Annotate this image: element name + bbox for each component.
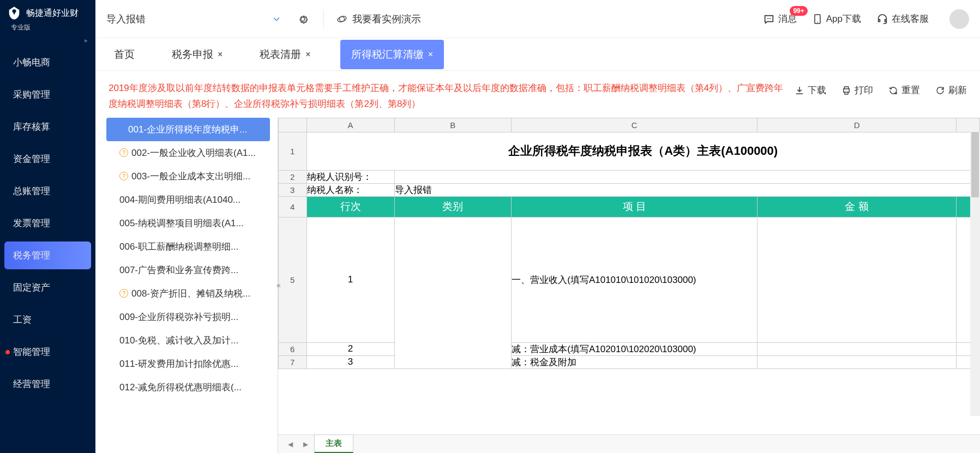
cell[interactable]: 一、营业收入(填写A101010\101020\103000) [512, 217, 757, 342]
question-icon: ? [119, 172, 128, 180]
cell[interactable]: 纳税人识别号： [306, 170, 394, 183]
cell[interactable]: 导入报错 [394, 183, 979, 196]
sidebar-item[interactable]: 小畅电商 [0, 46, 95, 78]
close-icon[interactable]: × [305, 50, 310, 59]
row-header[interactable]: 6 [279, 342, 307, 355]
collapse-handle[interactable]: « [276, 281, 281, 289]
form-item-label: 002-一般企业收入明细表(A1... [131, 147, 256, 159]
sidebar-item[interactable]: 工资 [0, 304, 95, 336]
tab-label: 税表清册 [260, 47, 301, 62]
sheet-tab-next[interactable]: ▶ [299, 440, 312, 448]
message-badge: 99+ [790, 6, 807, 16]
col-header[interactable]: A [306, 118, 394, 132]
sidebar-item[interactable]: 总账管理 [0, 175, 95, 207]
cell[interactable] [394, 217, 512, 369]
row-header[interactable]: 5 [279, 217, 307, 342]
page-tab[interactable]: 首页 [106, 42, 142, 67]
col-header[interactable]: D [757, 118, 957, 132]
form-list-item[interactable]: 012-减免所得税优惠明细表(... [106, 376, 270, 399]
sheet-tabs: ◀ ▶ 主表 [278, 434, 980, 453]
cell[interactable] [757, 342, 957, 355]
sheet-title[interactable]: 企业所得税年度纳税申报表（A类）主表(A100000) [306, 132, 979, 170]
cell[interactable]: 减：税金及附加 [512, 355, 757, 369]
divider [323, 9, 324, 29]
form-list-item[interactable]: 001-企业所得税年度纳税申... [106, 118, 270, 141]
tab-label: 税务申报 [172, 47, 213, 62]
col-header[interactable]: B [394, 118, 512, 132]
warning-text: 2019年度涉及取以前年度结转数据的申报表单元格需要手工维护正确，才能保证本年及… [109, 81, 784, 112]
demo-link[interactable]: 我要看实例演示 [336, 13, 421, 26]
header-cell[interactable]: 类别 [394, 196, 512, 217]
page-tab[interactable]: 所得税汇算清缴× [340, 40, 444, 69]
form-list-item[interactable]: ?002-一般企业收入明细表(A1... [106, 141, 270, 165]
chevron-down-icon[interactable] [268, 10, 285, 28]
form-item-label: 003-一般企业成本支出明细... [131, 170, 250, 183]
sidebar-item[interactable]: 经营管理 [0, 368, 95, 400]
print-button[interactable]: 打印 [841, 84, 873, 96]
gear-icon[interactable] [294, 10, 311, 28]
form-list-item[interactable]: 004-期间费用明细表(A1040... [106, 188, 270, 212]
form-list-item[interactable]: 009-企业所得税弥补亏损明... [106, 305, 270, 329]
sidebar-item[interactable]: 资金管理 [0, 143, 95, 175]
row-header[interactable]: 2 [279, 170, 307, 183]
form-list-item[interactable]: ?003-一般企业成本支出明细... [106, 165, 270, 188]
brand-edition: 专业版 [0, 23, 95, 37]
cell[interactable]: 1 [306, 217, 394, 342]
sheet-tab[interactable]: 主表 [314, 434, 353, 453]
planet-icon [336, 13, 348, 25]
sidebar-item[interactable]: 固定资产 [0, 271, 95, 304]
avatar[interactable] [949, 9, 969, 29]
header-cell[interactable]: 行次 [306, 196, 394, 217]
form-list-item[interactable]: 011-研发费用加计扣除优惠... [106, 352, 270, 376]
header-cell[interactable]: 金 额 [757, 196, 957, 217]
header-cell[interactable]: 项 目 [512, 196, 757, 217]
sheet-tab-prev[interactable]: ◀ [284, 440, 297, 448]
refresh-button[interactable]: 刷新 [935, 84, 967, 96]
sheet-table[interactable]: A B C D 1 企业所得税年度纳税申报表（A类）主表(A100000) 2 [278, 118, 980, 369]
message-button[interactable]: 消息 99+ [763, 13, 797, 25]
cell[interactable]: 减：营业成本(填写A102010\102020\103000) [512, 342, 757, 355]
cell[interactable]: 纳税人名称： [306, 183, 394, 196]
cell[interactable]: 3 [306, 355, 394, 369]
page-tab[interactable]: 税表清册× [252, 42, 318, 67]
sidebar-item[interactable]: 采购管理 [0, 78, 95, 111]
svg-point-1 [339, 16, 344, 21]
sidebar-item-label: 小畅电商 [13, 57, 50, 68]
sidebar-item-truncated[interactable] [0, 37, 95, 46]
row-header[interactable]: 7 [279, 355, 307, 369]
close-icon[interactable]: × [218, 50, 223, 59]
sidebar-item[interactable]: 库存核算 [0, 111, 95, 143]
reset-icon [888, 86, 898, 95]
row-header[interactable]: 4 [279, 196, 307, 217]
form-item-label: 006-职工薪酬纳税调整明细... [119, 240, 238, 253]
cell[interactable] [394, 170, 979, 183]
search-input[interactable]: 导入报错 [106, 13, 259, 26]
vertical-scrollbar[interactable] [970, 132, 980, 416]
reset-button[interactable]: 重置 [888, 84, 920, 96]
col-header[interactable] [957, 118, 980, 132]
form-list-item[interactable]: 005-纳税调整项目明细表(A1... [106, 212, 270, 235]
svg-point-3 [768, 18, 769, 19]
app-download-button[interactable]: App下载 [812, 13, 861, 25]
download-icon [795, 86, 804, 95]
col-header[interactable]: C [512, 118, 757, 132]
cell[interactable] [757, 217, 957, 342]
download-button[interactable]: 下载 [795, 84, 826, 96]
form-list-item[interactable]: ?008-资产折旧、摊销及纳税... [106, 282, 270, 305]
sidebar-item[interactable]: 发票管理 [0, 207, 95, 239]
cell[interactable]: 2 [306, 342, 394, 355]
row-header[interactable]: 1 [279, 132, 307, 170]
form-item-label: 001-企业所得税年度纳税申... [128, 123, 247, 136]
sheet-corner[interactable] [279, 118, 307, 132]
page-tab[interactable]: 税务申报× [164, 42, 230, 67]
form-list-item[interactable]: 006-职工薪酬纳税调整明细... [106, 235, 270, 258]
online-service-button[interactable]: 在线客服 [876, 13, 929, 25]
sidebar-item[interactable]: 智能管理 [0, 336, 95, 368]
close-icon[interactable]: × [428, 50, 433, 59]
row-header[interactable]: 3 [279, 183, 307, 196]
sidebar-nav: 小畅电商采购管理库存核算资金管理总账管理发票管理税务管理固定资产工资智能管理经营… [0, 37, 95, 453]
form-list-item[interactable]: 007-广告费和业务宣传费跨... [106, 258, 270, 282]
cell[interactable] [757, 355, 957, 369]
form-list-item[interactable]: 010-免税、减计收入及加计... [106, 329, 270, 352]
sidebar-item[interactable]: 税务管理 [4, 241, 91, 269]
